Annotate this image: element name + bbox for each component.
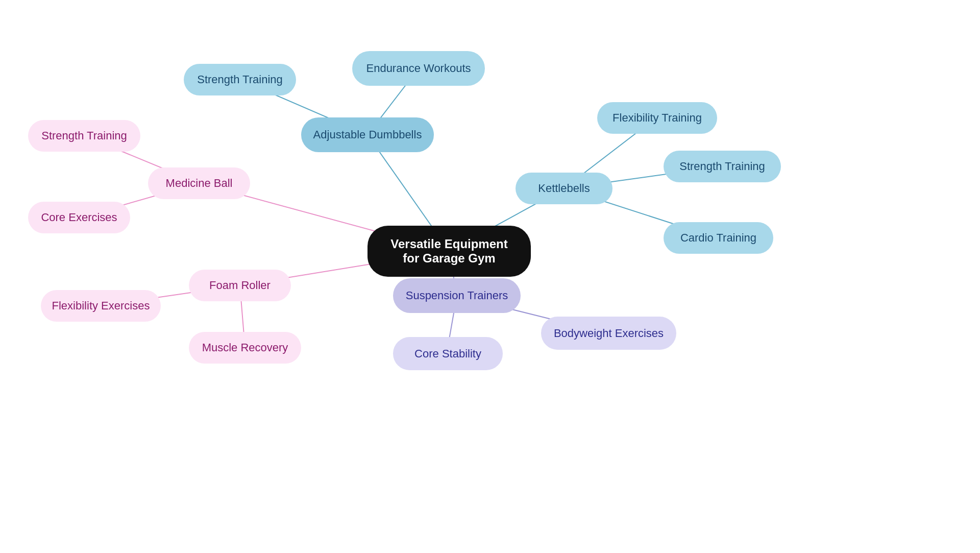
endurance-workouts-node[interactable]: Endurance Workouts xyxy=(352,51,485,86)
flexibility-exercises-node[interactable]: Flexibility Exercises xyxy=(41,290,161,322)
strength-training-pink-node[interactable]: Strength Training xyxy=(28,120,140,152)
strength-training-top-node[interactable]: Strength Training xyxy=(184,64,296,95)
strength-training-blue-node[interactable]: Strength Training xyxy=(664,151,781,182)
suspension-trainers-node[interactable]: Suspension Trainers xyxy=(393,278,521,313)
adjustable-dumbbells-node[interactable]: Adjustable Dumbbells xyxy=(301,117,434,152)
center-node[interactable]: Versatile Equipment for Garage Gym xyxy=(368,226,531,277)
core-stability-node[interactable]: Core Stability xyxy=(393,337,503,370)
core-exercises-node[interactable]: Core Exercises xyxy=(28,202,130,233)
bodyweight-exercises-node[interactable]: Bodyweight Exercises xyxy=(541,317,676,350)
kettlebells-node[interactable]: Kettlebells xyxy=(516,173,612,204)
flexibility-training-node[interactable]: Flexibility Training xyxy=(597,102,717,134)
medicine-ball-node[interactable]: Medicine Ball xyxy=(148,167,250,199)
foam-roller-node[interactable]: Foam Roller xyxy=(189,270,291,301)
cardio-training-node[interactable]: Cardio Training xyxy=(664,222,773,254)
muscle-recovery-node[interactable]: Muscle Recovery xyxy=(189,332,301,364)
